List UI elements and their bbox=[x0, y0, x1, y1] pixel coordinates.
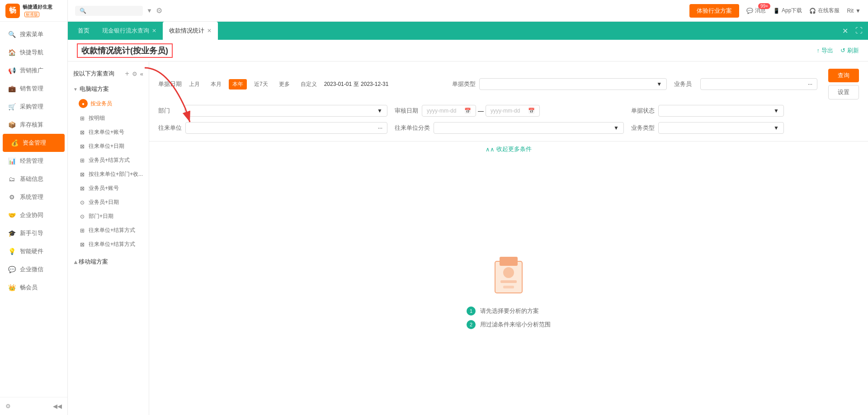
doc-status-input[interactable]: ▼ bbox=[658, 105, 784, 117]
add-scheme-icon[interactable]: + bbox=[125, 70, 129, 78]
management-icon: 📊 bbox=[7, 156, 16, 165]
window-maximize-icon[interactable]: ⛶ bbox=[854, 27, 864, 35]
topbar-settings-icon[interactable]: ⚙ bbox=[156, 6, 162, 15]
scheme-settings-icon[interactable]: ⚙ bbox=[132, 71, 137, 77]
scheme-group-mobile-title[interactable]: ▶ 移动端方案 bbox=[68, 255, 149, 269]
scheme-item-unit-payment1[interactable]: ⊞ 往来单位+结算方式 bbox=[68, 223, 149, 237]
scheme-item-unit-account[interactable]: ⊠ 往来单位+账号 bbox=[68, 125, 149, 139]
tab-bar: 首页 现金银行流水查询 ✕ 收款情况统计 ✕ ✕ ⛶ bbox=[68, 22, 868, 40]
date-tab-more[interactable]: 更多 bbox=[275, 79, 293, 90]
scheme-item-salesperson-payment[interactable]: ⊞ 业务员+结算方式 bbox=[68, 153, 149, 167]
tab-bank-flow[interactable]: 现金银行流水查询 ✕ bbox=[96, 22, 163, 40]
svg-point-2 bbox=[503, 267, 514, 278]
date-tab-7days[interactable]: 近7天 bbox=[250, 79, 272, 90]
sidebar-item-guide[interactable]: 🎓 新手引导 bbox=[0, 224, 67, 242]
online-service-button[interactable]: 🎧 在线客服 bbox=[809, 7, 840, 14]
tip-num-1: 1 bbox=[467, 307, 476, 316]
doc-type-dropdown-icon: ▼ bbox=[656, 81, 662, 87]
topbar-dropdown-icon[interactable]: ▼ bbox=[146, 7, 152, 14]
sidebar-item-finance[interactable]: 💰 资金管理 bbox=[3, 134, 65, 152]
app-download-button[interactable]: 📱 App下载 bbox=[773, 7, 802, 14]
scheme-group-desktop-title[interactable]: ▼ 电脑端方案 bbox=[68, 82, 149, 96]
scheme-item-salesperson-date[interactable]: ⊙ 业务员+日期 bbox=[68, 195, 149, 209]
sidebar-item-quicknav[interactable]: 🏠 快捷导航 bbox=[0, 43, 67, 61]
page-title: 收款情况统计(按业务员) bbox=[77, 43, 173, 58]
review-date-from[interactable]: yyyy-mm-dd 📅 bbox=[422, 105, 476, 117]
tab-home[interactable]: 首页 bbox=[71, 22, 96, 40]
date-tab-last-month[interactable]: 上月 bbox=[185, 79, 203, 90]
user-name[interactable]: Rit ▼ bbox=[847, 8, 861, 14]
sidebar-item-search[interactable]: 🔍 搜索菜单 bbox=[0, 25, 67, 43]
collapse-filter-button[interactable]: ∧∧ 收起更多条件 bbox=[149, 141, 868, 157]
sidebar-item-sales[interactable]: 💼 销售管理 bbox=[0, 80, 67, 98]
sidebar-item-member[interactable]: 👑 畅会员 bbox=[0, 278, 67, 297]
window-close-icon[interactable]: ✕ bbox=[840, 27, 850, 35]
date-tab-this-year[interactable]: 本年 bbox=[229, 79, 247, 90]
date-tab-this-month[interactable]: 本月 bbox=[207, 79, 225, 90]
tab-collection-stats[interactable]: 收款情况统计 ✕ bbox=[163, 22, 218, 40]
tab-bank-flow-close[interactable]: ✕ bbox=[152, 28, 156, 34]
collab-icon: 🤝 bbox=[7, 211, 16, 220]
tip-item-2: 2 用过滤条件来缩小分析范围 bbox=[467, 320, 551, 329]
filter-biz-type: 业务类型 ▼ bbox=[631, 122, 784, 134]
service-icon: 🎧 bbox=[809, 8, 816, 14]
salesperson-input[interactable]: ··· bbox=[700, 78, 817, 90]
calendar-from-icon: 📅 bbox=[464, 108, 471, 114]
date-label: 单据日期 bbox=[158, 80, 182, 88]
tabs-right-actions: ✕ ⛶ bbox=[840, 27, 864, 35]
message-icon: 💬 bbox=[746, 8, 753, 14]
info-icon: 🗂 bbox=[7, 174, 16, 184]
biz-type-dropdown-icon: ▼ bbox=[774, 125, 779, 131]
sidebar-item-marketing[interactable]: 📢 营销推广 bbox=[0, 61, 67, 80]
sidebar-item-inventory[interactable]: 📦 库存核算 bbox=[0, 116, 67, 134]
counterparty-input[interactable]: ··· bbox=[185, 122, 387, 134]
collapse-panel-icon[interactable]: « bbox=[140, 71, 143, 77]
svg-rect-4 bbox=[503, 286, 514, 288]
biz-type-input[interactable]: ▼ bbox=[658, 122, 784, 134]
export-button[interactable]: ↑ 导出 bbox=[817, 47, 834, 55]
tip-num-2: 2 bbox=[467, 320, 476, 329]
review-date-to[interactable]: yyyy-mm-dd 📅 bbox=[486, 105, 540, 117]
sidebar-nav: 🔍 搜索菜单 🏠 快捷导航 📢 营销推广 💼 销售管理 🛒 采购管理 📦 库存核… bbox=[0, 22, 67, 397]
filter-salesperson: 业务员 ··· bbox=[674, 78, 817, 90]
collapse-sidebar-icon[interactable]: ◀◀ bbox=[53, 403, 62, 410]
date-tab-custom[interactable]: 自定义 bbox=[297, 79, 321, 90]
sidebar-item-collab[interactable]: 🤝 企业协同 bbox=[0, 206, 67, 224]
refresh-button[interactable]: ↺ 刷新 bbox=[840, 47, 859, 55]
tab-collection-stats-close[interactable]: ✕ bbox=[207, 28, 212, 34]
scheme-item-unit-payment2[interactable]: ⊠ 往来单位+结算方式 bbox=[68, 237, 149, 251]
counterparty-class-input[interactable]: ▼ bbox=[434, 122, 624, 134]
svg-rect-3 bbox=[500, 280, 517, 283]
query-button[interactable]: 查询 bbox=[828, 69, 859, 82]
filter-row-3: 往来单位 ··· 往来单位分类 ▼ 业务类型 bbox=[158, 122, 859, 134]
settings-bottom-icon[interactable]: ⚙ bbox=[5, 403, 11, 410]
sidebar-item-wechat[interactable]: 💬 企业微信 bbox=[0, 260, 67, 278]
salesperson-label: 业务员 bbox=[674, 80, 697, 88]
left-panel: 按以下方案查询 + ⚙ « ▼ 电脑端方案 ● 按业务员 ⊞ bbox=[68, 61, 149, 415]
doc-type-input[interactable]: ▼ bbox=[479, 78, 667, 90]
filter-dept: 部门 ▼ bbox=[158, 105, 387, 117]
scheme-item-dept-date[interactable]: ⊙ 部门+日期 bbox=[68, 209, 149, 223]
trial-button[interactable]: 体验行业方案 bbox=[689, 4, 739, 18]
scheme-item-detail[interactable]: ⊞ 按明细 bbox=[68, 111, 149, 125]
dept-label: 部门 bbox=[158, 107, 181, 115]
logo-area: 畅 畅捷通好生意 标准版 bbox=[0, 0, 67, 22]
sidebar-item-purchase[interactable]: 🛒 采购管理 bbox=[0, 98, 67, 116]
sidebar-item-basic-info[interactable]: 🗂 基础信息 bbox=[0, 170, 67, 188]
detail-icon: ⊞ bbox=[79, 115, 86, 122]
unit-pay2-icon: ⊠ bbox=[79, 241, 86, 248]
doc-type-label: 单据类型 bbox=[452, 80, 476, 88]
guide-icon: 🎓 bbox=[7, 229, 16, 238]
sidebar-item-system[interactable]: ⚙ 系统管理 bbox=[0, 188, 67, 206]
scheme-item-unit-dept-collect[interactable]: ⊠ 按往来单位+部门+收... bbox=[68, 167, 149, 181]
topbar-search-box[interactable]: 🔍 bbox=[75, 6, 143, 16]
dept-input[interactable]: ▼ bbox=[184, 105, 387, 117]
sidebar-item-hardware[interactable]: 💡 智能硬件 bbox=[0, 242, 67, 260]
sidebar-item-management[interactable]: 📊 经营管理 bbox=[0, 152, 67, 170]
scheme-item-by-salesperson[interactable]: ● 按业务员 bbox=[68, 96, 149, 111]
scheme-item-unit-date[interactable]: ⊠ 往来单位+日期 bbox=[68, 139, 149, 153]
scheme-item-salesperson-account[interactable]: ⊠ 业务员+账号 bbox=[68, 181, 149, 195]
salesperson-more-icon: ··· bbox=[808, 81, 812, 87]
set-button[interactable]: 设置 bbox=[828, 85, 859, 99]
message-button[interactable]: 💬 消息 99+ bbox=[746, 7, 766, 14]
